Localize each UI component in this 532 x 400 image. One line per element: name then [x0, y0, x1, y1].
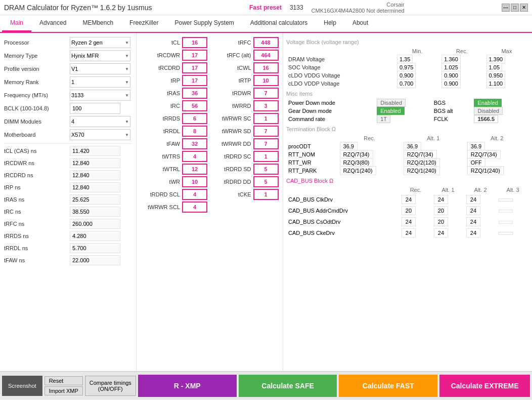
- compare-timings-button[interactable]: Compare timings (ON/OFF): [85, 376, 136, 396]
- timing-input[interactable]: [182, 37, 207, 48]
- timing-input[interactable]: [182, 62, 207, 73]
- cad-col-alt2: Alt. 2: [464, 186, 497, 194]
- screenshot-button[interactable]: Screenshot: [2, 376, 42, 396]
- cad-col-alt1: Alt. 1: [432, 186, 464, 194]
- timing-input[interactable]: [253, 50, 279, 61]
- timing-input[interactable]: [253, 88, 279, 99]
- timing-input[interactable]: [253, 100, 279, 111]
- timing-input[interactable]: [182, 151, 207, 162]
- trcdrd-ns-row: tRCDRD ns 12.840: [4, 170, 132, 180]
- bclk-label: BCLK (100-104.8): [4, 105, 70, 111]
- timing-label: tWRWR SCL: [141, 204, 182, 210]
- timing-input[interactable]: [253, 75, 279, 86]
- timing-input[interactable]: [182, 202, 207, 213]
- voltage-rec: 0.900: [441, 79, 461, 88]
- timing-label: tCKE: [212, 191, 253, 197]
- timing-input[interactable]: [253, 189, 279, 200]
- timing-input[interactable]: [182, 164, 207, 175]
- timing-input[interactable]: [253, 126, 279, 137]
- timing-label: tRDRD DD: [212, 179, 253, 185]
- cad-alt3: [499, 221, 513, 224]
- cad-alt2: 24: [466, 206, 480, 215]
- timing-input[interactable]: [253, 164, 279, 175]
- dimm-dropdown[interactable]: 4▼: [70, 116, 130, 127]
- timing-input[interactable]: [182, 138, 207, 149]
- term-label: RTT_PARK: [286, 167, 338, 175]
- misc-label: Command rate: [286, 115, 375, 123]
- menu-item-advanced[interactable]: Advanced: [31, 15, 74, 32]
- cad-rec: 24: [402, 195, 416, 204]
- bclk-input[interactable]: [70, 103, 120, 114]
- misc-row: Command rate 1T FCLK 1566.5: [286, 115, 529, 123]
- timing-input[interactable]: [182, 126, 207, 137]
- corsair-line2: CMK16GX4M4A2800 Not determined: [312, 8, 405, 14]
- corsair-info: Corsair CMK16GX4M4A2800 Not determined: [312, 2, 405, 14]
- timing-input[interactable]: [253, 37, 279, 48]
- timing-label: tRDRD SC: [212, 153, 253, 159]
- timing-item: tRTP: [212, 75, 279, 86]
- timing-input[interactable]: [253, 113, 279, 124]
- timing-input[interactable]: [182, 100, 207, 111]
- processor-dropdown[interactable]: Ryzen 2 gen▼: [70, 37, 130, 48]
- menu-item-about[interactable]: About: [344, 15, 376, 32]
- timing-input[interactable]: [182, 113, 207, 124]
- processor-label: Processor: [4, 39, 70, 46]
- close-button[interactable]: ✕: [520, 4, 528, 12]
- termination-section: Termination Block Ω Rec. Alt. 1 Alt. 2 p…: [286, 126, 529, 175]
- timing-input[interactable]: [182, 189, 207, 200]
- memory-type-label: Memory Type: [4, 53, 70, 59]
- voltage-row-label: SOC Voltage: [286, 63, 395, 71]
- tras-ns-row: tRAS ns 25.625: [4, 194, 132, 205]
- misc-val2: Disabled: [474, 107, 503, 115]
- menu-item-freezkiller[interactable]: FreezKiller: [121, 15, 166, 32]
- misc-label2: BGS alt: [432, 107, 472, 115]
- timing-input[interactable]: [182, 176, 207, 187]
- timing-input[interactable]: [182, 75, 207, 86]
- term-col-alt1: Alt. 1: [402, 134, 465, 142]
- memory-type-dropdown[interactable]: Hynix MFR▼: [70, 50, 130, 61]
- cad-row: CAD_BUS AddrCmdDrv 20 20 24: [286, 205, 529, 216]
- timing-label: tWTRL: [141, 166, 182, 172]
- term-label: RTT_NOM: [286, 150, 338, 158]
- r-xmp-button[interactable]: R - XMP: [138, 375, 237, 397]
- timing-item: tWRRD: [212, 100, 279, 111]
- timing-input[interactable]: [253, 62, 279, 73]
- menu-item-power-supply-system[interactable]: Power Supply System: [166, 15, 242, 32]
- motherboard-dropdown[interactable]: X570▼: [70, 129, 130, 140]
- calculate-extreme-button[interactable]: Calculate EXTREME: [439, 375, 530, 397]
- timing-input[interactable]: [253, 176, 279, 187]
- trfc-ns-row: tRFC ns 260.000: [4, 219, 132, 229]
- timing-input[interactable]: [253, 151, 279, 162]
- timing-label: tRC: [141, 103, 182, 109]
- tras-ns-value: 25.625: [70, 194, 120, 205]
- menu-item-additional-calculators[interactable]: Additional calculators: [242, 15, 316, 32]
- calculate-fast-button[interactable]: Calculate FAST: [339, 375, 437, 397]
- timing-input[interactable]: [253, 138, 279, 149]
- timing-item: tRP: [141, 75, 208, 86]
- timing-input[interactable]: [182, 50, 207, 61]
- profile-version-dropdown[interactable]: V1▼: [70, 63, 130, 74]
- memory-rank-dropdown[interactable]: 1▼: [70, 76, 130, 88]
- reset-button[interactable]: Reset: [45, 376, 83, 385]
- left-panel: Processor Ryzen 2 gen▼ Memory Type Hynix…: [0, 33, 137, 371]
- maximize-button[interactable]: □: [511, 4, 519, 12]
- minimize-button[interactable]: —: [502, 4, 510, 12]
- cad-label: CAD_BUS CsOdtDrv: [286, 216, 400, 227]
- timing-item: tRFC (alt): [212, 50, 279, 61]
- title-bar-controls[interactable]: — □ ✕: [502, 4, 528, 12]
- frequency-dropdown[interactable]: 3133▼: [70, 90, 130, 101]
- timing-input[interactable]: [182, 88, 207, 99]
- menu-item-help[interactable]: Help: [316, 15, 344, 32]
- freq-value: 3133: [290, 4, 303, 11]
- app-title: DRAM Calculator for Ryzen™ 1.6.2 by 1usm…: [4, 4, 152, 12]
- misc-val2: Enabled: [474, 99, 501, 107]
- import-xmp-button[interactable]: Import XMP: [45, 386, 83, 395]
- corsair-line1: Corsair: [312, 2, 405, 8]
- timing-item: tWRWR SD: [212, 126, 279, 137]
- menu-item-membench[interactable]: MEMbench: [74, 15, 121, 32]
- timing-item: tWTRL: [141, 164, 208, 175]
- menu-item-main[interactable]: Main: [2, 15, 31, 32]
- calculate-safe-button[interactable]: Calculate SAFE: [239, 375, 337, 397]
- trc-ns-label: tRC ns: [4, 209, 70, 215]
- cad-alt1: 24: [434, 195, 448, 204]
